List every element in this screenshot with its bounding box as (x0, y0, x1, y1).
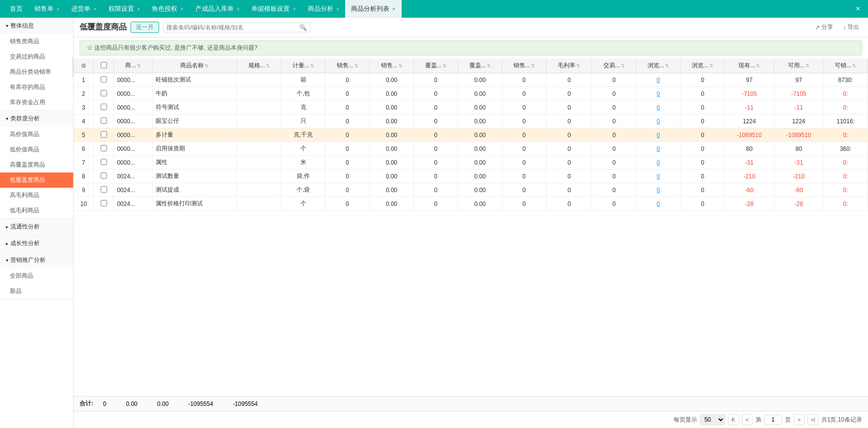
row-browse1[interactable]: 0 (636, 183, 680, 197)
sidebar-item-new-goods[interactable]: 新品 (0, 284, 73, 299)
sidebar-item-high-coverage[interactable]: 高覆盖度商品 (0, 157, 73, 172)
export-button[interactable]: ↓ 导出 (840, 22, 862, 32)
window-close-button[interactable]: × (852, 4, 864, 13)
column-gross-rate[interactable]: 毛利率⇅ (546, 58, 592, 73)
sidebar-item-sales-goods[interactable]: 销售类商品 (0, 34, 73, 49)
sidebar-section-cluster-title[interactable]: ▾ 类群度分析 (0, 111, 73, 127)
row-checkbox[interactable] (94, 101, 114, 114)
column-spec[interactable]: 规格...⇅ (237, 58, 281, 73)
column-browse1[interactable]: 浏览...⇅ (636, 58, 680, 73)
sidebar-item-high-margin[interactable]: 高毛利商品 (0, 188, 73, 203)
sidebar-item-high-value[interactable]: 高价值商品 (0, 127, 73, 142)
column-settings[interactable]: ⚙ (74, 58, 94, 73)
settings-icon[interactable]: ⚙ (81, 62, 86, 69)
row-browse1[interactable]: 0 (636, 156, 680, 170)
row-checkbox[interactable] (94, 142, 114, 156)
sidebar-section-growth-title[interactable]: ▸ 成长性分析 (0, 235, 73, 252)
row-browse1[interactable]: 0 (636, 87, 680, 101)
row-select-checkbox[interactable] (101, 186, 107, 193)
filter-recent-month-button[interactable]: 近一月 (131, 22, 159, 33)
sidebar-item-category-rate[interactable]: 商品分类动销率 (0, 64, 73, 80)
row-select-checkbox[interactable] (101, 90, 107, 96)
row-select-checkbox[interactable] (101, 172, 107, 179)
nav-purchase[interactable]: 进货单 × (65, 0, 102, 18)
nav-analysis-list-close[interactable]: × (392, 6, 395, 12)
next-page-button[interactable]: > (794, 414, 805, 425)
sidebar-item-low-margin[interactable]: 低毛利商品 (0, 203, 73, 218)
sidebar-section-marketing-title[interactable]: ▾ 营销推广分析 (0, 252, 73, 268)
column-unit[interactable]: 计量...⇅ (281, 58, 326, 73)
column-code[interactable]: 商...⇅ (114, 58, 152, 73)
column-coverage2[interactable]: 覆盖...⇅ (458, 58, 502, 73)
row-browse1[interactable]: 0 (636, 73, 680, 87)
sidebar-item-low-coverage[interactable]: 低覆盖度商品 (0, 172, 73, 188)
row-checkbox[interactable] (94, 87, 114, 101)
row-checkbox[interactable] (94, 183, 114, 197)
search-input[interactable] (166, 24, 299, 31)
table-container[interactable]: ⚙ 商...⇅ 商品名称⇅ 规格...⇅ 计量...⇅ 销售...⇅ 销售...… (74, 58, 868, 396)
row-checkbox[interactable] (94, 128, 114, 142)
nav-analysis[interactable]: 商品分析 × (302, 0, 345, 18)
sidebar-item-stock-goods[interactable]: 有库存的商品 (0, 80, 73, 95)
select-all-checkbox[interactable] (101, 62, 107, 68)
row-checkbox[interactable] (94, 73, 114, 87)
row-select-checkbox[interactable] (101, 104, 107, 110)
column-trade[interactable]: 交易...⇅ (592, 58, 636, 73)
nav-template[interactable]: 单据模板设置 × (245, 0, 301, 18)
page-number-input[interactable] (764, 415, 782, 425)
nav-permission-close[interactable]: × (137, 6, 140, 12)
sidebar-item-all-goods[interactable]: 全部商品 (0, 268, 73, 284)
search-box: 🔍 (163, 23, 310, 32)
column-available[interactable]: 可用...⇅ (774, 58, 824, 73)
nav-home[interactable]: 首页 (4, 0, 28, 18)
row-select-checkbox[interactable] (101, 131, 107, 138)
row-checkbox[interactable] (94, 197, 114, 211)
row-browse1[interactable]: 0 (636, 128, 680, 142)
sidebar-item-low-value[interactable]: 低价值商品 (0, 142, 73, 157)
column-sales-count[interactable]: 销售...⇅ (502, 58, 546, 73)
column-browse2[interactable]: 浏览...⇅ (680, 58, 725, 73)
row-select-checkbox[interactable] (101, 200, 107, 206)
nav-template-close[interactable]: × (293, 6, 296, 12)
column-sellable[interactable]: 可销...⇅ (823, 58, 868, 73)
row-checkbox[interactable] (94, 170, 114, 183)
nav-analysis-list[interactable]: 商品分析列表 × (345, 0, 401, 18)
column-name[interactable]: 商品名称⇅ (152, 58, 237, 73)
nav-product-entry[interactable]: 产成品入库单 × (190, 0, 245, 18)
column-current[interactable]: 现有...⇅ (725, 58, 774, 73)
column-sales-amount[interactable]: 销售...⇅ (370, 58, 414, 73)
page-size-select[interactable]: 50 20 100 (700, 414, 725, 425)
row-browse1[interactable]: 0 (636, 197, 680, 211)
row-checkbox[interactable] (94, 114, 114, 128)
row-browse1[interactable]: 0 (636, 142, 680, 156)
nav-permission[interactable]: 权限设置 × (103, 0, 146, 18)
row-select-checkbox[interactable] (101, 117, 107, 124)
share-button[interactable]: ↗ 分享 (812, 22, 836, 32)
row-browse1[interactable]: 0 (636, 170, 680, 183)
row-sales-qty: 0 (326, 156, 370, 170)
sidebar-section-general-title[interactable]: ▾ 整体信息 (0, 18, 73, 34)
column-sales-qty[interactable]: 销售...⇅ (326, 58, 370, 73)
row-select-checkbox[interactable] (101, 159, 107, 165)
row-select-checkbox[interactable] (101, 145, 107, 151)
row-select-checkbox[interactable] (101, 76, 107, 83)
column-coverage1[interactable]: 覆盖...⇅ (414, 58, 458, 73)
sidebar-item-stock-fund[interactable]: 库存资金占用 (0, 95, 73, 110)
nav-analysis-close[interactable]: × (336, 6, 339, 12)
nav-product-entry-close[interactable]: × (237, 6, 240, 12)
nav-sales-close[interactable]: × (56, 6, 59, 12)
row-gross-rate: 0 (546, 114, 592, 128)
first-page-button[interactable]: K (728, 414, 739, 425)
nav-purchase-close[interactable]: × (93, 6, 96, 12)
last-page-button[interactable]: >| (808, 414, 818, 425)
sidebar-section-flow-title[interactable]: ▸ 流通性分析 (0, 219, 73, 235)
row-checkbox[interactable] (94, 156, 114, 170)
nav-sales[interactable]: 销售单 × (28, 0, 65, 18)
prev-page-button[interactable]: < (742, 414, 753, 425)
row-browse1[interactable]: 0 (636, 101, 680, 114)
nav-role[interactable]: 角色授权 × (146, 0, 189, 18)
sidebar-item-traded-goods[interactable]: 交易过的商品 (0, 49, 73, 64)
row-browse1[interactable]: 0 (636, 114, 680, 128)
column-checkbox[interactable] (94, 58, 114, 73)
nav-role-close[interactable]: × (180, 6, 183, 12)
